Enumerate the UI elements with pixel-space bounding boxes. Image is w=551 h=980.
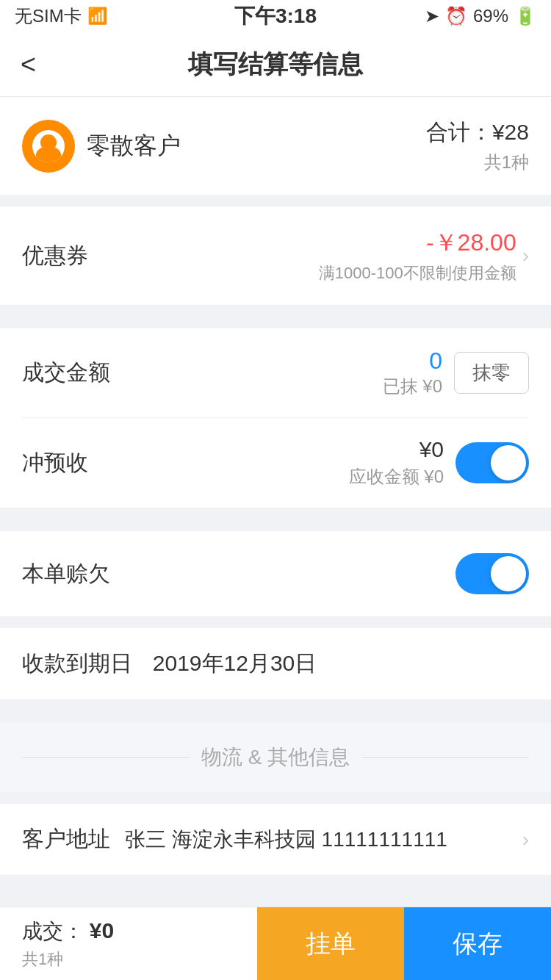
customer-row: 零散客户 合计：¥28 共1种 [0, 97, 551, 195]
debit-label: 本单赊欠 [22, 559, 110, 589]
save-button[interactable]: 保存 [404, 907, 551, 981]
form-section-deal: 成交金额 0 已抹 ¥0 抹零 冲预收 ¥0 应收金额 ¥0 [0, 328, 551, 508]
section-divider-2 [0, 519, 551, 531]
debit-toggle-thumb [491, 556, 526, 591]
address-section[interactable]: 客户地址 张三 海淀永丰科技园 11111111111 › [0, 804, 551, 875]
deal-amount-label: 成交金额 [22, 358, 125, 388]
address-value: 张三 海淀永丰科技园 11111111111 [125, 826, 522, 854]
hold-button[interactable]: 挂单 [257, 907, 404, 981]
avatar-icon [32, 130, 65, 162]
customer-name: 零散客户 [87, 130, 181, 162]
logistics-label: 物流 & 其他信息 [201, 743, 350, 771]
section-divider-3 [0, 711, 551, 723]
status-left: 无SIM卡 📶 [15, 4, 107, 28]
back-button[interactable]: < [21, 49, 36, 80]
carrier-text: 无SIM卡 [15, 4, 82, 28]
total-count: 共1种 [426, 151, 529, 174]
bottom-summary: 成交： ¥0 共1种 [0, 918, 257, 970]
coupon-row[interactable]: 优惠券 -￥28.00 满1000-100不限制使用金额 › [0, 206, 551, 305]
status-right: ➤ ⏰ 69% 🔋 [425, 6, 536, 26]
coupon-label: 优惠券 [22, 241, 88, 271]
bottom-deal-label: 成交： [22, 920, 84, 943]
status-time: 下午3:18 [234, 2, 317, 30]
deducted-text: 已抹 ¥0 [383, 375, 442, 398]
address-chevron-icon: › [522, 828, 529, 851]
battery-text: 69% [473, 6, 508, 26]
prepayment-row: 冲预收 ¥0 应收金额 ¥0 [22, 418, 529, 508]
status-bar: 无SIM卡 📶 下午3:18 ➤ ⏰ 69% 🔋 [0, 0, 551, 32]
coupon-amount: -￥28.00 [319, 227, 516, 259]
bottom-deal-amount: ¥0 [90, 918, 114, 943]
customer-total: 合计：¥28 共1种 [426, 118, 529, 174]
total-amount: 合计：¥28 [426, 118, 529, 148]
receivable-label: 应收金额 ¥0 [349, 465, 444, 489]
round-zero-button[interactable]: 抹零 [454, 352, 529, 394]
coupon-desc: 满1000-100不限制使用金额 [319, 262, 516, 284]
prepayment-toggle[interactable] [455, 442, 529, 483]
alarm-icon: ⏰ [445, 6, 467, 26]
bottom-bar: 成交： ¥0 共1种 挂单 保存 [0, 907, 551, 980]
coupon-chevron-icon: › [522, 244, 529, 267]
duedate-section: 收款到期日 2019年12月30日 [0, 628, 551, 699]
prepayment-amount: ¥0 [349, 437, 444, 462]
debit-section: 本单赊欠 [0, 531, 551, 616]
bottom-count: 共1种 [22, 948, 235, 970]
address-label: 客户地址 [22, 824, 110, 854]
prepayment-toggle-thumb [491, 445, 526, 480]
section-divider-1 [0, 317, 551, 328]
prepayment-label: 冲预收 [22, 448, 125, 478]
battery-icon: 🔋 [514, 6, 536, 26]
location-icon: ➤ [425, 6, 439, 26]
nav-bar: < 填写结算等信息 [0, 32, 551, 97]
debit-toggle[interactable] [455, 553, 529, 594]
wifi-icon: 📶 [87, 7, 107, 26]
deal-amount-row: 成交金额 0 已抹 ¥0 抹零 [22, 328, 529, 418]
avatar [22, 120, 75, 173]
duedate-value: 2019年12月30日 [153, 651, 317, 675]
deal-amount-input[interactable]: 0 [383, 347, 442, 375]
duedate-label: 收款到期日 [22, 651, 132, 675]
logistics-section: 物流 & 其他信息 [0, 723, 551, 792]
page-title: 填写结算等信息 [188, 48, 363, 82]
